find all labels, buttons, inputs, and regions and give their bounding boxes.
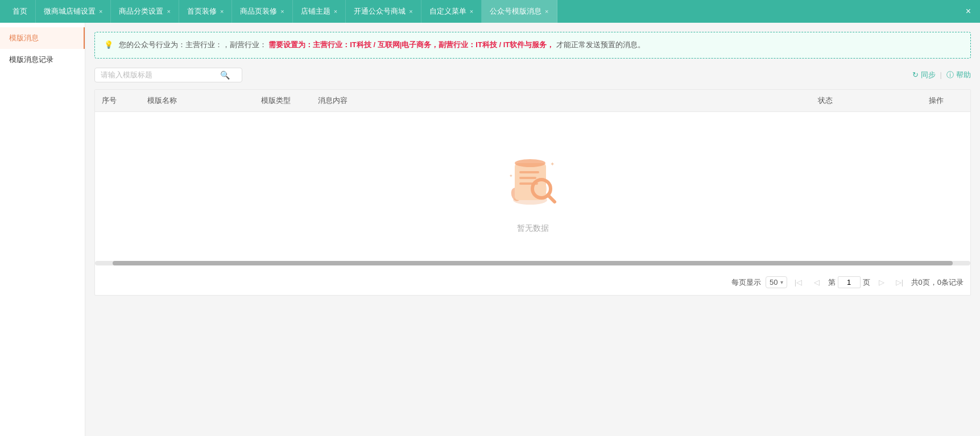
info-suffix: 才能正常发送预置的消息。 [556, 40, 645, 49]
nav-tab-theme[interactable]: 店铺主题 × [293, 0, 346, 23]
nav-tab-template-label: 公众号模版消息 [490, 6, 541, 16]
svg-rect-4 [519, 177, 536, 179]
sync-label: 同步 [921, 70, 936, 80]
page-label: 第 [828, 277, 836, 288]
th-action: 操作 [902, 95, 970, 106]
th-seq: 序号 [95, 95, 140, 106]
sidebar-item-template-record-label: 模版消息记录 [9, 55, 53, 64]
info-highlight: 需要设置为：主营行业：IT科技 / 互联网|电子商务，副营行业：IT科技 / I… [268, 40, 554, 49]
nav-tab-menu[interactable]: 自定义菜单 × [421, 0, 482, 23]
close-icon[interactable]: × [220, 8, 224, 15]
nav-tab-mall[interactable]: 开通公众号商城 × [346, 0, 421, 23]
svg-rect-3 [519, 171, 539, 173]
page-total: 共0页，0条记录 [911, 277, 964, 288]
nav-close-all-button[interactable]: × [961, 6, 975, 16]
top-nav: 首页 微商城店铺设置 × 商品分类设置 × 首页装修 × 商品页装修 × 店铺主… [0, 0, 980, 23]
content-area: 💡 您的公众号行业为：主营行业：，副营行业： 需要设置为：主营行业：IT科技 /… [85, 23, 980, 436]
per-page-select[interactable]: 50 ▾ [766, 276, 787, 288]
sidebar-item-template-record[interactable]: 模版消息记录 [0, 49, 85, 70]
main-layout: 模版消息 模版消息记录 💡 您的公众号行业为：主营行业：，副营行业： 需要设置为… [0, 23, 980, 436]
close-icon[interactable]: × [409, 8, 412, 15]
nav-tab-product-decor-label: 商品页装修 [240, 6, 277, 16]
prev-page-button[interactable]: ◁ [810, 276, 824, 289]
last-page-button[interactable]: ▷| [893, 276, 907, 289]
search-bar: 🔍 ↻ 同步 | ⓘ 帮助 [94, 68, 971, 82]
data-table: 序号 模版名称 模版类型 消息内容 状态 操作 [94, 89, 971, 296]
page-unit: 页 [863, 277, 870, 288]
nav-tab-product-decor[interactable]: 商品页装修 × [232, 0, 292, 23]
scrollbar-thumb [113, 261, 953, 265]
per-page-value: 50 [770, 278, 778, 286]
first-page-button[interactable]: |◁ [792, 276, 805, 289]
close-icon[interactable]: × [545, 8, 548, 15]
search-input[interactable] [101, 70, 220, 79]
nav-tab-home-label: 首页 [13, 6, 27, 16]
nav-tab-store-label: 微商城店铺设置 [44, 6, 96, 16]
empty-state: ✦ ✦ 暂无数据 [95, 112, 970, 256]
toolbar-right: ↻ 同步 | ⓘ 帮助 [912, 70, 971, 80]
close-icon[interactable]: × [334, 8, 337, 15]
empty-illustration: ✦ ✦ [499, 146, 567, 214]
th-status: 状态 [811, 95, 902, 106]
th-type: 模版类型 [254, 95, 311, 106]
sync-icon: ↻ [912, 70, 919, 79]
info-box: 💡 您的公众号行业为：主营行业：，副营行业： 需要设置为：主营行业：IT科技 /… [94, 32, 971, 59]
svg-text:✦: ✦ [509, 173, 513, 178]
divider: | [940, 70, 942, 79]
horizontal-scrollbar[interactable] [95, 261, 970, 265]
nav-tab-home-decor[interactable]: 首页装修 × [179, 0, 232, 23]
svg-line-9 [548, 195, 555, 202]
nav-tab-category-label: 商品分类设置 [119, 6, 163, 16]
close-icon[interactable]: × [99, 8, 102, 15]
close-icon[interactable]: × [280, 8, 284, 15]
help-label: 帮助 [956, 70, 971, 80]
nav-tab-mall-label: 开通公众号商城 [354, 6, 406, 16]
search-input-wrap[interactable]: 🔍 [94, 68, 242, 82]
search-icon[interactable]: 🔍 [220, 70, 230, 80]
info-prefix: 您的公众号行业为：主营行业：，副营行业： [119, 40, 267, 49]
svg-text:✦: ✦ [550, 161, 555, 167]
sidebar-item-template-message[interactable]: 模版消息 [0, 27, 85, 49]
nav-tab-store[interactable]: 微商城店铺设置 × [36, 0, 111, 23]
svg-point-6 [515, 159, 545, 167]
sidebar-item-template-message-label: 模版消息 [9, 34, 39, 42]
help-icon: ⓘ [946, 70, 954, 80]
nav-tab-home[interactable]: 首页 [5, 0, 36, 23]
empty-text: 暂无数据 [517, 223, 549, 234]
sync-button[interactable]: ↻ 同步 [912, 70, 936, 80]
close-icon[interactable]: × [167, 8, 170, 15]
svg-point-8 [536, 183, 547, 194]
nav-tab-template[interactable]: 公众号模版消息 × [482, 0, 557, 23]
next-page-button[interactable]: ▷ [875, 276, 888, 289]
nav-tab-menu-label: 自定义菜单 [429, 6, 466, 16]
chevron-down-icon: ▾ [780, 279, 783, 285]
nav-tab-theme-label: 店铺主题 [301, 6, 330, 16]
table-header: 序号 模版名称 模版类型 消息内容 状态 操作 [95, 90, 970, 112]
sidebar: 模版消息 模版消息记录 [0, 23, 85, 436]
page-number-input[interactable] [838, 276, 861, 288]
nav-tab-category[interactable]: 商品分类设置 × [111, 0, 179, 23]
th-name: 模版名称 [140, 95, 254, 106]
th-content: 消息内容 [311, 95, 811, 106]
close-icon[interactable]: × [470, 8, 473, 15]
nav-tab-home-decor-label: 首页装修 [187, 6, 217, 16]
bulb-icon: 💡 [104, 40, 113, 49]
svg-rect-2 [515, 163, 546, 200]
pagination: 每页显示 50 ▾ |◁ ◁ 第 页 ▷ ▷| 共0页，0条记录 [95, 270, 970, 295]
per-page-label: 每页显示 [731, 277, 761, 288]
help-button[interactable]: ⓘ 帮助 [946, 70, 971, 80]
page-input-wrap: 第 页 [828, 276, 870, 288]
